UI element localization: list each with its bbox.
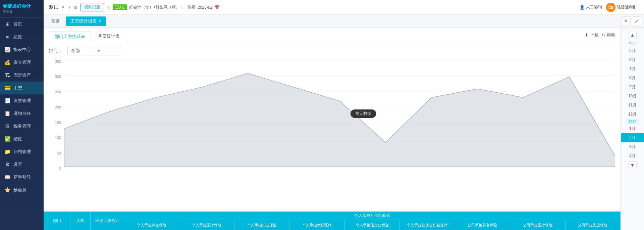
download-label: 下载: [590, 32, 599, 38]
sidebar-item-sales[interactable]: 📋 进销台账: [0, 107, 44, 120]
y-label-100: 100: [55, 136, 61, 140]
sidebar: 畅捷通好会计 专业版 ⊞ 首页 ≡ 总账 📈 报表中心 💰 资金管理 🏗 固定资…: [0, 0, 44, 230]
month-2023-6[interactable]: 6月: [621, 55, 644, 64]
y-label-0: 0: [59, 166, 61, 170]
sidebar-item-member[interactable]: ⭐ 畅会员: [0, 184, 44, 196]
shield-icon: 🛡: [107, 5, 111, 10]
col-people: 人数: [70, 212, 91, 230]
sidebar-item-label: 结账: [13, 136, 22, 142]
sub-tab-month[interactable]: 月份统计表: [92, 31, 125, 42]
month-2023-5[interactable]: 5月: [621, 46, 644, 55]
switch-mode-button[interactable]: 切到旧版: [80, 3, 104, 11]
assets-icon: 🏗: [4, 73, 11, 78]
tax-icon: 🏛: [4, 124, 11, 129]
content-toolbar: 部门： 全部 ▼: [44, 42, 621, 59]
user-avatar: CE: [606, 3, 615, 12]
month-2023-10[interactable]: 10月: [621, 92, 644, 101]
col-dept: 部门: [44, 212, 70, 230]
col-group-sub: 个人承担养老保险 个人承担医疗保险 个人承担失业保险 个人承担大额医疗 个人承担: [124, 220, 621, 230]
col-medical: 个人承担医疗保险: [179, 220, 234, 230]
month-2023-9[interactable]: 9月: [621, 83, 644, 92]
sidebar-item-tax[interactable]: 🏛 税务管理: [0, 120, 44, 133]
tab-close-icon[interactable]: ×: [99, 18, 101, 24]
col-company-unemployment: 公司承担失业保险: [566, 220, 621, 230]
sidebar-item-label: 资金管理: [13, 59, 31, 65]
topbar-dropdown-arrow[interactable]: ▼: [61, 5, 65, 10]
home-icon: ⊞: [4, 21, 11, 27]
month-2023-11[interactable]: 11月: [621, 101, 644, 110]
y-label-200: 200: [55, 105, 61, 109]
year-2024-label: 2024: [626, 119, 639, 124]
sidebar-item-settings[interactable]: ⚙ 设置: [0, 158, 44, 171]
sidebar-item-fixed-assets[interactable]: 🏗 固定资产: [0, 69, 44, 82]
sidebar-item-checkout[interactable]: ✅ 结账: [0, 133, 44, 145]
col-housing-fund: 个人承担住房公积金: [345, 220, 400, 230]
sidebar-item-guide[interactable]: 📖 新手引导: [0, 171, 44, 184]
sidebar-item-funds[interactable]: 💰 资金管理: [0, 56, 44, 69]
chart-area: 350 300 250 200 150 100 50 0: [44, 59, 621, 212]
sidebar-item-salary[interactable]: 💳 工资: [0, 82, 44, 94]
sidebar-item-label: 设置: [13, 162, 22, 168]
y-label-50: 50: [57, 151, 61, 155]
tab-salary-report[interactable]: 工资统计报表 ×: [66, 16, 106, 26]
sidebar-item-general-ledger[interactable]: ≡ 总账: [0, 31, 44, 43]
panel-nav-down[interactable]: ▼: [629, 161, 637, 169]
archive-icon: 📁: [4, 149, 11, 155]
refresh-button[interactable]: ↻ 刷新: [601, 32, 615, 38]
human-service-button[interactable]: 👤 人工咨询: [580, 4, 602, 10]
topbar-add-button[interactable]: +: [68, 4, 71, 10]
panel-close-button[interactable]: ×: [621, 16, 631, 26]
col-group-header: 个人承担社保公积金: [124, 212, 621, 220]
sidebar-item-home[interactable]: ⊞ 首页: [0, 18, 44, 31]
sidebar-item-label: 归档管理: [13, 149, 31, 155]
y-label-350: 350: [55, 59, 61, 63]
topbar-status-area: 🛡 已认证 好会计（专）+好生意（标）+... 账期 2023-02 📅: [107, 4, 219, 10]
sidebar-item-label: 报表中心: [13, 47, 31, 53]
salary-icon: 💳: [4, 85, 11, 91]
topbar-right: 👤 人工咨询 CE 轻捷通8组...: [580, 3, 639, 12]
checkout-icon: ✅: [4, 136, 11, 142]
col-salary: 应发工资合计: [91, 212, 124, 230]
sidebar-item-label: 畅会员: [13, 187, 26, 193]
page-content: 部门工资统计表 月份统计表 ⬇ 下载 ↻ 刷新: [44, 28, 644, 230]
topbar: 测试 ▼ + ⚙ 切到旧版 🛡 已认证 好会计（专）+好生意（标）+... 账期…: [44, 0, 644, 15]
account-tags: 好会计（专）+好生意（标）+...: [129, 4, 185, 10]
sidebar-item-archive[interactable]: 📁 归档管理: [0, 145, 44, 158]
topbar-settings-icon[interactable]: ⚙: [73, 5, 78, 10]
month-2024-1[interactable]: 1月: [621, 124, 644, 133]
user-avatar-area[interactable]: CE 轻捷通8组...: [606, 3, 639, 12]
sidebar-item-label: 工资: [13, 85, 22, 91]
month-2023-7[interactable]: 7月: [621, 64, 644, 74]
dept-select-value: 全部: [71, 48, 80, 54]
month-2023-12[interactable]: 12月: [621, 110, 644, 119]
sidebar-item-reports[interactable]: 📈 报表中心: [0, 43, 44, 56]
calendar-icon: 📅: [214, 5, 219, 10]
download-button[interactable]: ⬇ 下载: [585, 32, 599, 38]
month-2024-3[interactable]: 3月: [621, 142, 644, 151]
service-icon: 👤: [580, 5, 585, 10]
chart-area-path: [64, 73, 615, 167]
y-label-250: 250: [55, 90, 61, 94]
y-label-300: 300: [55, 75, 61, 79]
chart-svg: [64, 59, 615, 170]
tab-home-label: 首页: [51, 18, 60, 24]
tab-home[interactable]: 首页: [46, 16, 64, 26]
dept-select[interactable]: 全部 ▼: [67, 46, 121, 55]
month-2024-4[interactable]: 4月: [621, 151, 644, 160]
sub-tab-dept[interactable]: 部门工资统计表: [49, 31, 91, 42]
tabbar: 首页 工资统计报表 × × ⤢: [44, 15, 644, 28]
sub-tabs: 部门工资统计表 月份统计表 ⬇ 下载 ↻ 刷新: [44, 28, 621, 42]
chart-container: 350 300 250 200 150 100 50 0: [49, 59, 615, 180]
sub-tab-dept-label: 部门工资统计表: [55, 34, 85, 39]
month-2024-2[interactable]: 2月: [621, 133, 644, 142]
year-2023-label: 2023: [628, 40, 636, 46]
user-name: 轻捷通8组...: [617, 4, 639, 10]
refresh-label: 刷新: [606, 32, 615, 38]
month-2023-8[interactable]: 8月: [621, 74, 644, 83]
col-company-pension: 公司承担养老保险: [455, 220, 510, 230]
main-content: 测试 ▼ + ⚙ 切到旧版 🛡 已认证 好会计（专）+好生意（标）+... 账期…: [44, 0, 644, 230]
panel-nav-up[interactable]: ▲: [629, 31, 637, 39]
col-pension: 个人承担养老保险: [124, 220, 179, 230]
sidebar-item-invoices[interactable]: 🧾 发票管理: [0, 94, 44, 107]
panel-expand-button[interactable]: ⤢: [632, 16, 641, 26]
